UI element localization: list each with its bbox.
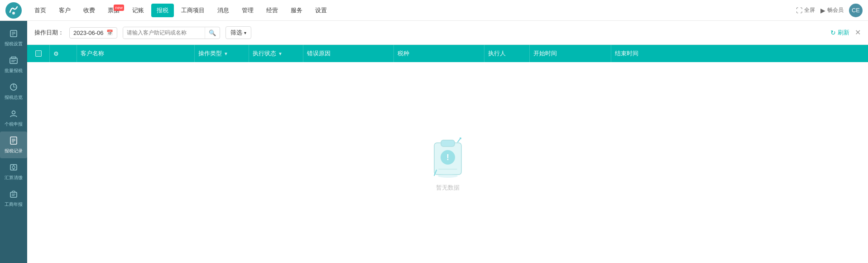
sidebar-item-settlement[interactable]: 汇算清缴: [0, 158, 27, 185]
nav-items: 首页 客户 收费 票据 new 记账 报税 工商项目 消息 管理 经营 服务 设…: [29, 4, 796, 17]
member-label: 畅会员: [827, 6, 844, 14]
empty-text: 暂无数据: [436, 184, 460, 192]
main-layout: 报税设置 批量报税 报税总览: [0, 21, 868, 263]
search-button[interactable]: 🔍: [205, 27, 220, 39]
svg-rect-6: [10, 58, 17, 63]
table-container: ⚙ 客户名称 操作类型 ▼ 执行状态 ▼ 错误原因 税种: [27, 45, 868, 263]
svg-point-28: [460, 137, 461, 139]
sidebar-item-annual-report[interactable]: 工商年报: [0, 185, 27, 212]
svg-point-11: [12, 111, 15, 114]
sort-icon-op-type: ▼: [224, 51, 228, 56]
th-op-type[interactable]: 操作类型 ▼: [195, 45, 249, 62]
svg-rect-20: [10, 192, 17, 197]
sidebar-item-tax-record[interactable]: 报税记录: [0, 132, 27, 158]
close-button[interactable]: ✕: [855, 29, 861, 36]
tax-summary-icon: [9, 83, 18, 93]
empty-illustration: ! 暂无数据: [425, 134, 470, 192]
nav-item-settings[interactable]: 设置: [310, 4, 332, 17]
nav-item-home[interactable]: 首页: [29, 4, 52, 17]
table-header: ⚙ 客户名称 操作类型 ▼ 执行状态 ▼ 错误原因 税种: [27, 45, 868, 62]
batch-tax-icon: [9, 56, 18, 66]
sidebar-item-tax-summary[interactable]: 报税总览: [0, 78, 27, 105]
svg-text:!: !: [446, 153, 449, 162]
svg-point-0: [5, 2, 22, 19]
th-tax-type: 税种: [394, 45, 484, 62]
nav-item-service[interactable]: 服务: [285, 4, 308, 17]
th-executor: 执行人: [484, 45, 530, 62]
nav-item-operation[interactable]: 经营: [261, 4, 283, 17]
nav-item-manage[interactable]: 管理: [236, 4, 259, 17]
fullscreen-icon: ⛶: [796, 7, 802, 14]
date-input[interactable]: 2023-06-06 📅: [69, 27, 117, 39]
annual-report-icon: [9, 190, 18, 200]
calendar-icon: 📅: [106, 29, 113, 36]
sidebar-item-tax-settings[interactable]: 报税设置: [0, 24, 27, 51]
sidebar-item-annual-report-label: 工商年报: [5, 202, 23, 207]
sidebar: 报税设置 批量报税 报税总览: [0, 21, 27, 263]
nav-item-message[interactable]: 消息: [212, 4, 235, 17]
sidebar-item-batch-tax-label: 批量报税: [5, 68, 23, 73]
sidebar-item-tax-settings-label: 报税设置: [5, 41, 23, 47]
svg-point-30: [438, 174, 458, 178]
logo[interactable]: [5, 2, 22, 19]
member-button[interactable]: ▶ 畅会员: [820, 6, 844, 14]
date-label: 操作日期：: [34, 29, 64, 37]
chevron-down-icon: ▾: [244, 30, 246, 35]
fullscreen-label: 全屏: [804, 6, 815, 14]
th-end-time: 结束时间: [611, 45, 693, 62]
member-icon: ▶: [820, 7, 825, 14]
top-nav: 首页 客户 收费 票据 new 记账 报税 工商项目 消息 管理 经营 服务 设…: [0, 0, 868, 21]
filter-label: 筛选: [230, 29, 242, 37]
svg-point-1: [12, 12, 15, 15]
refresh-button[interactable]: ↻ 刷新: [830, 29, 849, 37]
nav-item-business[interactable]: 工商项目: [176, 4, 210, 17]
refresh-icon: ↻: [830, 29, 836, 36]
th-exec-status[interactable]: 执行状态 ▼: [249, 45, 303, 62]
tax-settings-icon: [9, 29, 18, 39]
th-settings[interactable]: ⚙: [50, 45, 77, 62]
top-nav-right: ⛶ 全屏 ▶ 畅会员 CE: [796, 4, 863, 17]
settings-icon: ⚙: [53, 50, 59, 57]
th-error-reason: 错误原因: [303, 45, 394, 62]
fullscreen-button[interactable]: ⛶ 全屏: [796, 6, 815, 14]
filter-button[interactable]: 筛选 ▾: [225, 26, 251, 39]
search-icon: 🔍: [209, 29, 216, 36]
user-avatar[interactable]: CE: [849, 4, 863, 17]
search-input[interactable]: [123, 27, 205, 38]
sort-icon-exec-status: ▼: [278, 51, 283, 56]
th-check[interactable]: [27, 45, 50, 62]
sidebar-item-tax-summary-label: 报税总览: [5, 95, 23, 100]
personal-tax-icon: [9, 109, 18, 120]
sidebar-item-settlement-label: 汇算清缴: [5, 175, 23, 180]
nav-item-client[interactable]: 客户: [53, 4, 76, 17]
nav-item-account[interactable]: 记账: [127, 4, 149, 17]
select-all-checkbox[interactable]: [35, 50, 42, 57]
sidebar-item-personal-tax[interactable]: 个税申报: [0, 105, 27, 132]
nav-item-tax[interactable]: 报税: [151, 4, 174, 17]
th-start-time: 开始时间: [530, 45, 611, 62]
nav-item-fee[interactable]: 收费: [78, 4, 101, 17]
sidebar-item-personal-tax-label: 个税申报: [5, 122, 23, 127]
nav-item-invoice[interactable]: 票据 new: [102, 4, 125, 17]
search-box: 🔍: [123, 27, 220, 39]
settlement-icon: [9, 163, 18, 173]
new-badge: new: [114, 5, 124, 11]
th-client-name: 客户名称: [77, 45, 195, 62]
table-body: ! 暂无数据: [27, 62, 868, 263]
tax-record-icon: [9, 136, 18, 146]
sidebar-item-tax-record-label: 报税记录: [5, 148, 23, 154]
refresh-label: 刷新: [838, 29, 849, 37]
date-value: 2023-06-06: [73, 29, 104, 36]
toolbar-right: ↻ 刷新 ✕: [830, 29, 861, 37]
sidebar-item-batch-tax[interactable]: 批量报税: [0, 51, 27, 78]
content-area: 操作日期： 2023-06-06 📅 🔍 筛选 ▾ ↻ 刷新 ✕: [27, 21, 868, 263]
svg-rect-24: [441, 140, 455, 146]
svg-point-17: [12, 166, 15, 169]
empty-icon: !: [425, 134, 470, 179]
toolbar: 操作日期： 2023-06-06 📅 🔍 筛选 ▾ ↻ 刷新 ✕: [27, 21, 868, 45]
